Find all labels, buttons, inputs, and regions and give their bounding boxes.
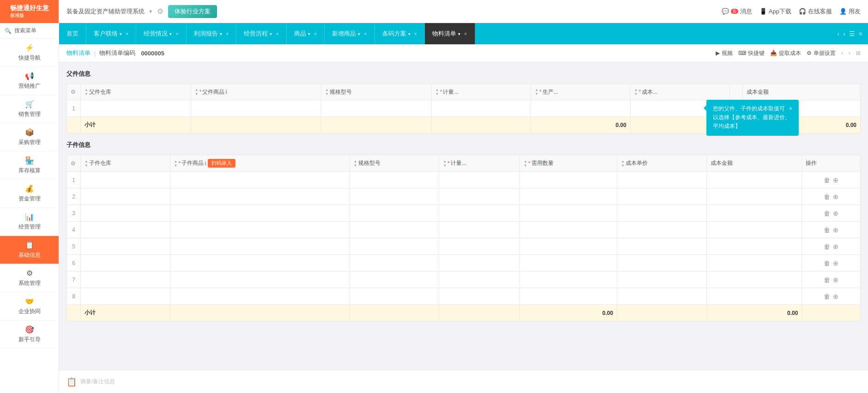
tab-operations[interactable]: 经营情况 ▾ × xyxy=(136,23,186,44)
tab-bom[interactable]: 物料清单 ▾ × xyxy=(425,23,475,44)
copy-icon[interactable]: ⊕ xyxy=(833,243,838,250)
nav-prev-button[interactable]: ‹ xyxy=(841,50,843,56)
child-unit-cost-cell[interactable] xyxy=(617,188,706,205)
parent-table-settings-icon[interactable]: ⚙ xyxy=(71,89,76,95)
breadcrumb-item[interactable]: 物料清单 xyxy=(66,49,90,57)
child-qty-cell[interactable] xyxy=(520,255,617,272)
child-uom-cell[interactable] xyxy=(439,255,520,272)
delete-icon[interactable]: 🗑 xyxy=(824,210,830,217)
copy-icon[interactable]: ⊕ xyxy=(833,210,838,217)
sidebar-item-finance[interactable]: 💰 资金管理 xyxy=(0,180,59,208)
app-download-button[interactable]: 📱 App下载 xyxy=(760,7,791,16)
delete-icon[interactable]: 🗑 xyxy=(824,243,830,250)
sidebar-item-marketing[interactable]: 📢 营销推广 xyxy=(0,67,59,95)
child-table-settings-icon[interactable]: ⚙ xyxy=(71,160,76,167)
user-menu[interactable]: 👤 用友 xyxy=(839,7,861,16)
delete-icon[interactable]: 🗑 xyxy=(824,260,830,267)
tab-close-all-button[interactable]: × xyxy=(857,30,864,37)
scan-button[interactable]: 扫码录入 xyxy=(208,159,235,168)
child-spec-cell[interactable] xyxy=(350,238,439,255)
child-unit-cost-cell[interactable] xyxy=(617,238,706,255)
tab-close[interactable]: × xyxy=(464,31,467,36)
doc-settings-button[interactable]: ⚙ 单据设置 xyxy=(807,49,836,57)
child-qty-cell[interactable] xyxy=(520,222,617,238)
delete-icon[interactable]: 🗑 xyxy=(824,226,830,234)
tab-close[interactable]: × xyxy=(126,31,128,36)
trial-button[interactable]: 体验行业方案 xyxy=(168,5,217,18)
sidebar-item-operations[interactable]: 📊 经营管理 xyxy=(0,208,59,236)
child-spec-cell[interactable] xyxy=(350,272,439,288)
child-goods-cell[interactable] xyxy=(170,288,350,305)
copy-icon[interactable]: ⊕ xyxy=(833,176,838,184)
tab-history[interactable]: 经营历程 ▾ × xyxy=(236,23,286,44)
parent-production-cell[interactable] xyxy=(531,100,630,117)
tab-goods[interactable]: 商品 ▾ × xyxy=(287,23,325,44)
child-warehouse-cell[interactable] xyxy=(81,222,170,238)
child-goods-cell[interactable] xyxy=(170,255,350,272)
sidebar-item-guide[interactable]: 🎯 新手引导 xyxy=(0,320,59,349)
child-spec-cell[interactable] xyxy=(350,255,439,272)
copy-icon[interactable]: ⊕ xyxy=(833,193,838,200)
child-uom-cell[interactable] xyxy=(439,222,520,238)
copy-icon[interactable]: ⊕ xyxy=(833,293,838,300)
child-uom-cell[interactable] xyxy=(439,288,520,305)
sidebar-item-sales[interactable]: 🛒 销售管理 xyxy=(0,95,59,123)
child-warehouse-cell[interactable] xyxy=(81,188,170,205)
tab-menu-button[interactable]: ☰ xyxy=(847,30,857,37)
sidebar-item-basic-info[interactable]: 📋 基础信息 xyxy=(0,236,59,264)
nav-next-button[interactable]: › xyxy=(849,50,850,56)
tab-close[interactable]: × xyxy=(226,31,229,36)
child-unit-cost-cell[interactable] xyxy=(617,222,706,238)
parent-uom-cell[interactable] xyxy=(431,100,530,117)
child-uom-cell[interactable] xyxy=(439,272,520,288)
child-goods-cell[interactable] xyxy=(170,205,350,222)
delete-icon[interactable]: 🗑 xyxy=(824,293,830,300)
child-unit-cost-cell[interactable] xyxy=(617,172,706,188)
child-goods-cell[interactable] xyxy=(170,188,350,205)
child-warehouse-cell[interactable] xyxy=(81,272,170,288)
video-button[interactable]: ▶ 视频 xyxy=(716,49,733,57)
child-unit-cost-cell[interactable] xyxy=(617,272,706,288)
tab-customer[interactable]: 客户联络 ▾ × xyxy=(86,23,136,44)
child-goods-cell[interactable] xyxy=(170,238,350,255)
child-goods-cell[interactable] xyxy=(170,222,350,238)
delete-icon[interactable]: 🗑 xyxy=(824,176,830,184)
child-warehouse-cell[interactable] xyxy=(81,205,170,222)
copy-icon[interactable]: ⊕ xyxy=(833,260,838,267)
child-uom-cell[interactable] xyxy=(439,238,520,255)
child-spec-cell[interactable] xyxy=(350,205,439,222)
message-button[interactable]: 💬 6 消息 xyxy=(722,7,752,16)
child-unit-cost-cell[interactable] xyxy=(617,255,706,272)
sidebar-item-search[interactable]: 🔍 搜索菜单 xyxy=(0,23,59,39)
child-spec-cell[interactable] xyxy=(350,172,439,188)
tab-new-goods[interactable]: 新增商品 ▾ × xyxy=(325,23,374,44)
tab-prev-button[interactable]: ‹ xyxy=(835,30,841,37)
sidebar-item-inventory[interactable]: 🏪 库存核算 xyxy=(0,151,59,180)
child-spec-cell[interactable] xyxy=(350,222,439,238)
child-uom-cell[interactable] xyxy=(439,188,520,205)
child-goods-cell[interactable] xyxy=(170,272,350,288)
child-warehouse-cell[interactable] xyxy=(81,288,170,305)
child-spec-cell[interactable] xyxy=(350,188,439,205)
child-qty-cell[interactable] xyxy=(520,188,617,205)
child-warehouse-cell[interactable] xyxy=(81,172,170,188)
child-warehouse-cell[interactable] xyxy=(81,238,170,255)
child-uom-cell[interactable] xyxy=(439,172,520,188)
parent-spec-cell[interactable] xyxy=(321,100,432,117)
tab-profit[interactable]: 利润报告 ▾ × xyxy=(187,23,236,44)
child-warehouse-cell[interactable] xyxy=(81,255,170,272)
sidebar-item-enterprise[interactable]: 🤝 企业协同 xyxy=(0,292,59,320)
tab-home[interactable]: 首页 xyxy=(59,23,86,44)
copy-icon[interactable]: ⊕ xyxy=(833,226,838,234)
tab-close[interactable]: × xyxy=(314,31,317,36)
delete-icon[interactable]: 🗑 xyxy=(824,276,830,284)
tab-close[interactable]: × xyxy=(414,31,417,36)
child-qty-cell[interactable] xyxy=(520,238,617,255)
tab-close[interactable]: × xyxy=(175,31,178,36)
parent-warehouse-cell[interactable] xyxy=(81,100,191,117)
delete-icon[interactable]: 🗑 xyxy=(824,193,830,200)
grid-view-button[interactable]: ⊞ xyxy=(856,50,861,56)
sidebar-item-purchase[interactable]: 📦 采购管理 xyxy=(0,123,59,151)
tab-close[interactable]: × xyxy=(276,31,278,36)
tab-close[interactable]: × xyxy=(364,31,367,36)
